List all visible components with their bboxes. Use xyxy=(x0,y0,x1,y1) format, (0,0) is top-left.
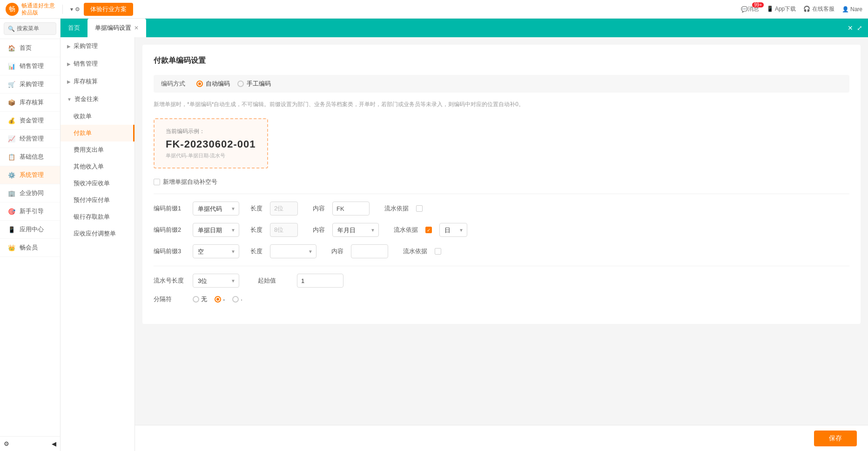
sec-item-expense[interactable]: 费用支出单 xyxy=(61,141,135,158)
sidebar-item-inventory[interactable]: 📦 库存核算 xyxy=(0,94,60,112)
save-button[interactable]: 保存 xyxy=(814,431,857,446)
preview-label: 当前编码示例： xyxy=(166,128,256,135)
sidebar-item-purchase[interactable]: 🛒 采购管理 xyxy=(0,75,60,94)
serial-length-select[interactable]: 3位 xyxy=(193,274,239,288)
online-service[interactable]: 🎧 在线客服 xyxy=(803,5,834,13)
sidebar-item-finance[interactable]: 💰 资金管理 xyxy=(0,112,60,130)
sidebar-item-system[interactable]: ⚙️ 系统管理 xyxy=(0,166,60,184)
chevron-right-icon: ▶ xyxy=(67,61,71,67)
prefix1-stream-label: 流水依据 xyxy=(384,204,409,213)
top-bar: 畅 畅通道好生意 捡品版 ▾ ⚙ 体验行业方案 💬 消息 99+ 📱 App下载… xyxy=(0,0,868,19)
separator-dot1-label: - xyxy=(223,296,225,303)
prefix3-content-input[interactable] xyxy=(351,244,388,258)
apps-icon: 📱 xyxy=(7,225,16,234)
content-area: 首页 单据编码设置 ✕ ✕ ⤢ ▶ 采购管理 xyxy=(61,19,868,451)
sidebar-item-sales[interactable]: 📊 销售管理 xyxy=(0,57,60,75)
separator-none-radio[interactable]: 无 xyxy=(193,295,207,303)
sidebar-item-home[interactable]: 🏠 首页 xyxy=(0,39,60,57)
start-value-label: 起始值 xyxy=(258,276,289,285)
tab-serial-setting[interactable]: 单据编码设置 ✕ xyxy=(87,19,146,37)
sec-item-ap-ar-adjust[interactable]: 应收应付调整单 xyxy=(61,225,135,242)
prefix2-period-select[interactable]: 日 xyxy=(439,223,467,237)
separator-row: 分隔符 无 - · xyxy=(154,295,849,303)
sec-item-prepay-receivable[interactable]: 预收冲应收单 xyxy=(61,175,135,192)
sec-item-prepay-payable[interactable]: 预付冲应付单 xyxy=(61,192,135,209)
separator-dot2-radio[interactable]: · xyxy=(232,296,242,303)
app-download[interactable]: 📱 App下载 xyxy=(767,5,796,13)
auto-fill-row: 新增单据自动补空号 xyxy=(154,178,849,186)
group-purchase-title[interactable]: ▶ 采购管理 xyxy=(61,37,135,55)
prefix3-select[interactable]: 空 xyxy=(193,244,239,258)
separator-dot2-label: · xyxy=(241,296,242,303)
search-menu-button[interactable]: 🔍 搜索菜单 xyxy=(4,22,56,35)
sidebar-item-operations[interactable]: 📈 经营管理 xyxy=(0,130,60,148)
separator-none-dot xyxy=(193,296,199,303)
window-close-icon[interactable]: ✕ xyxy=(848,24,853,32)
separator-dot1-radio[interactable]: - xyxy=(215,296,225,303)
group-capital-title[interactable]: ▼ 资金往来 xyxy=(61,90,135,108)
message-wrap[interactable]: 💬 消息 99+ xyxy=(741,5,759,13)
start-value-input[interactable] xyxy=(297,274,343,288)
prefix3-length-label: 长度 xyxy=(250,247,262,256)
tab-close-icon[interactable]: ✕ xyxy=(134,25,139,31)
sidebar-item-label: 应用中心 xyxy=(20,225,44,234)
prefix1-select-wrap: 单据代码 ▼ xyxy=(193,202,239,215)
sidebar-item-base[interactable]: 📋 基础信息 xyxy=(0,148,60,166)
top-nav: ▾ ⚙ xyxy=(70,6,80,13)
sec-item-other-income[interactable]: 其他收入单 xyxy=(61,158,135,175)
auto-radio-label: 自动编码 xyxy=(206,80,230,88)
sidebar-item-label: 销售管理 xyxy=(20,62,44,70)
group-sales-title[interactable]: ▶ 销售管理 xyxy=(61,55,135,73)
prefix1-stream-checkbox[interactable] xyxy=(416,205,423,212)
settings-icon[interactable]: ⚙ xyxy=(75,6,80,13)
sidebar-item-enterprise[interactable]: 🏢 企业协同 xyxy=(0,184,60,202)
sidebar-item-member[interactable]: 👑 畅会员 xyxy=(0,239,60,257)
prefix1-length-label: 长度 xyxy=(250,204,262,213)
prefix3-stream-checkbox[interactable] xyxy=(435,248,441,255)
search-area: 🔍 搜索菜单 xyxy=(0,19,60,39)
prefix3-label: 编码前缀3 xyxy=(154,247,185,256)
sec-item-receipt[interactable]: 收款单 xyxy=(61,108,135,125)
prefix2-length-input[interactable] xyxy=(270,223,298,237)
chevron-down-icon: ▼ xyxy=(67,97,72,102)
chevron-right-icon: ▶ xyxy=(67,44,71,49)
enterprise-icon: 🏢 xyxy=(7,189,16,197)
tab-home[interactable]: 首页 xyxy=(61,19,87,37)
user-info[interactable]: 👤 Nare xyxy=(842,6,862,13)
prefix2-select[interactable]: 单据日期 xyxy=(193,223,239,237)
sidebar-item-label: 库存核算 xyxy=(20,98,44,107)
sec-item-payment[interactable]: 付款单 xyxy=(61,125,135,141)
user-avatar: 👤 xyxy=(842,6,849,13)
preview-box: 当前编码示例： FK-20230602-001 单据代码-单据日期-流水号 xyxy=(154,118,268,168)
sec-item-bank-deposit[interactable]: 银行存取款单 xyxy=(61,209,135,225)
preview-code: FK-20230602-001 xyxy=(166,138,256,150)
prefix2-content-select[interactable]: 年月日 xyxy=(332,223,379,237)
prefix1-select[interactable]: 单据代码 xyxy=(193,202,239,215)
prefix2-content-label: 内容 xyxy=(313,226,325,234)
operations-icon: 📈 xyxy=(7,135,16,143)
group-capital: ▼ 资金往来 收款单 付款单 费用支出单 其他收入单 预收冲应收单 预付冲应付单… xyxy=(61,90,135,242)
prefix3-length-select[interactable] xyxy=(270,244,316,258)
prefix1-content-input[interactable] xyxy=(332,202,370,215)
group-sales-label: 销售管理 xyxy=(74,60,98,68)
group-inventory-title[interactable]: ▶ 库存核算 xyxy=(61,73,135,90)
experience-button[interactable]: 体验行业方案 xyxy=(84,3,133,16)
home-icon: 🏠 xyxy=(7,44,16,52)
sidebar-settings-icon[interactable]: ⚙ xyxy=(4,440,9,447)
sidebar-collapse-icon[interactable]: ◀ xyxy=(52,440,56,447)
prefix2-stream-checkbox[interactable]: ✓ xyxy=(425,227,432,233)
prefix1-length-input[interactable] xyxy=(270,202,298,215)
preview-sub: 单据代码-单据日期-流水号 xyxy=(166,152,256,159)
nav-expand-icon[interactable]: ▾ xyxy=(70,6,73,13)
auto-fill-checkbox[interactable] xyxy=(154,179,160,185)
sidebar-item-guide[interactable]: 🎯 新手引导 xyxy=(0,202,60,221)
auto-radio[interactable]: 自动编码 xyxy=(196,80,230,88)
prefix2-label: 编码前缀2 xyxy=(154,226,185,234)
manual-radio-label: 手工编码 xyxy=(247,80,271,88)
sidebar-item-apps[interactable]: 📱 应用中心 xyxy=(0,221,60,239)
window-maximize-icon[interactable]: ⤢ xyxy=(857,24,862,32)
manual-radio[interactable]: 手工编码 xyxy=(237,80,271,88)
divider xyxy=(62,5,63,14)
top-bar-left: 畅 畅通道好生意 捡品版 ▾ ⚙ 体验行业方案 xyxy=(6,2,133,16)
system-icon: ⚙️ xyxy=(7,171,16,179)
